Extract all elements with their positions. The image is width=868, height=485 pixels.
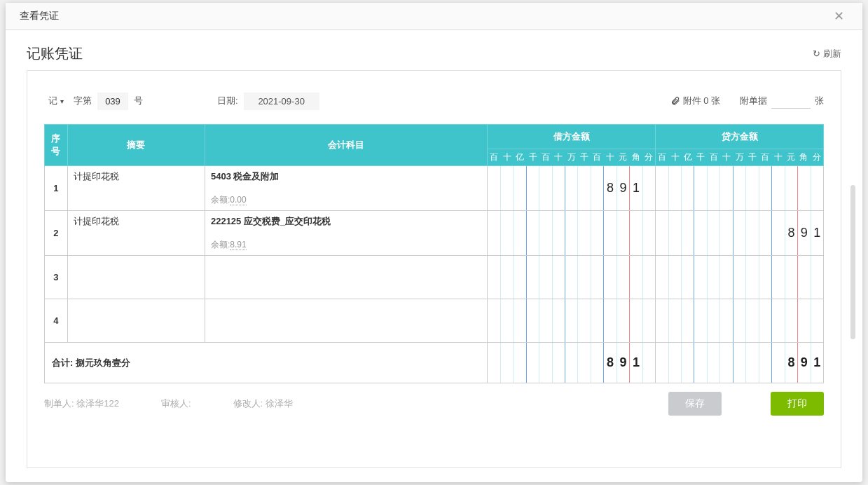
cell-credit[interactable]: [656, 299, 824, 343]
cell-debit[interactable]: [488, 211, 656, 256]
modal-header: 查看凭证 ✕: [6, 3, 862, 30]
cell-summary[interactable]: [67, 256, 205, 299]
cell-debit[interactable]: [488, 256, 656, 299]
voucher-word-label: 字第: [74, 95, 92, 107]
auditor-info: 审核人:: [161, 397, 191, 410]
voucher-info-row: 记 字第 号 日期: 附件 0 张 附单据 张: [44, 92, 824, 110]
modifier-info: 修改人: 徐泽华: [233, 397, 293, 410]
voucher-date-input[interactable]: [244, 93, 319, 110]
attach-slip-input[interactable]: [771, 93, 811, 109]
refresh-icon: ↻: [813, 48, 820, 59]
cell-debit[interactable]: 891: [488, 166, 656, 211]
th-subject: 会计科目: [205, 125, 487, 166]
cell-seq: 1: [45, 166, 68, 211]
th-credit-digits: 百十亿千百十万千百十元角分: [656, 149, 824, 166]
cell-subject[interactable]: 5403 税金及附加余额:0.00: [205, 166, 487, 211]
voucher-date-label: 日期:: [217, 95, 238, 107]
cell-subject[interactable]: [205, 299, 487, 343]
attachment-icon: [670, 96, 680, 106]
scrollbar[interactable]: [850, 185, 855, 339]
table-row[interactable]: 3: [45, 256, 824, 299]
table-header: 序号 摘要 会计科目 借方金额 贷方金额 百十亿千百十万千百十元角分 百十亿千百…: [45, 125, 824, 166]
total-row: 合计: 捌元玖角壹分891891: [45, 343, 824, 383]
cell-debit[interactable]: [488, 299, 656, 343]
th-seq: 序号: [45, 125, 68, 166]
maker-info: 制单人: 徐泽华122: [44, 397, 119, 410]
voucher-footer: 制单人: 徐泽华122 审核人: 修改人: 徐泽华 保存 打印: [44, 392, 824, 416]
voucher-number-input[interactable]: [97, 93, 128, 110]
attachment-link[interactable]: 附件 0 张: [670, 95, 720, 107]
table-body: 1计提印花税5403 税金及附加余额:0.008912计提印花税222125 应…: [45, 166, 824, 383]
modal-title: 查看凭证: [20, 10, 59, 22]
cell-subject[interactable]: [205, 256, 487, 299]
table-row[interactable]: 2计提印花税222125 应交税费_应交印花税余额:8.91891: [45, 211, 824, 256]
th-debit: 借方金额: [488, 125, 656, 149]
attach-slip-label: 附单据: [740, 95, 767, 107]
total-label: 合计: 捌元玖角壹分: [45, 343, 488, 383]
cell-summary[interactable]: [67, 299, 205, 343]
body-top: 记账凭证 ↻ 刷新: [27, 44, 841, 63]
cell-seq: 4: [45, 299, 68, 343]
table-row[interactable]: 1计提印花税5403 税金及附加余额:0.00891: [45, 166, 824, 211]
cell-summary[interactable]: 计提印花税: [67, 211, 205, 256]
total-credit: 891: [656, 343, 824, 383]
cell-credit[interactable]: [656, 256, 824, 299]
th-credit: 贷方金额: [656, 125, 824, 149]
save-button: 保存: [668, 392, 722, 416]
voucher-type-select[interactable]: 记: [44, 92, 68, 110]
th-summary: 摘要: [67, 125, 205, 166]
page-title: 记账凭证: [27, 44, 83, 63]
print-button[interactable]: 打印: [771, 392, 824, 416]
voucher-number-suffix: 号: [134, 95, 143, 107]
cell-seq: 2: [45, 211, 68, 256]
refresh-label: 刷新: [823, 48, 841, 60]
refresh-button[interactable]: ↻ 刷新: [813, 48, 841, 60]
th-debit-digits: 百十亿千百十万千百十元角分: [488, 149, 656, 166]
voucher-type-label: 记: [48, 95, 57, 107]
voucher-panel: 记 字第 号 日期: 附件 0 张 附单据 张: [27, 70, 841, 468]
cell-credit[interactable]: 891: [656, 211, 824, 256]
cell-subject[interactable]: 222125 应交税费_应交印花税余额:8.91: [205, 211, 487, 256]
voucher-table: 序号 摘要 会计科目 借方金额 贷方金额 百十亿千百十万千百十元角分 百十亿千百…: [44, 124, 824, 383]
attach-slip-suffix: 张: [815, 95, 824, 107]
table-row[interactable]: 4: [45, 299, 824, 343]
cell-seq: 3: [45, 256, 68, 299]
modal-body: 记账凭证 ↻ 刷新 记 字第 号 日期: 附件 0 张: [6, 30, 862, 482]
attachment-label: 附件 0 张: [683, 95, 720, 107]
total-debit: 891: [488, 343, 656, 383]
attach-slip-group: 附单据 张: [740, 93, 824, 109]
cell-summary[interactable]: 计提印花税: [67, 166, 205, 211]
cell-credit[interactable]: [656, 166, 824, 211]
voucher-modal: 查看凭证 ✕ 记账凭证 ↻ 刷新 记 字第 号 日期:: [6, 3, 862, 482]
close-icon[interactable]: ✕: [829, 10, 848, 22]
